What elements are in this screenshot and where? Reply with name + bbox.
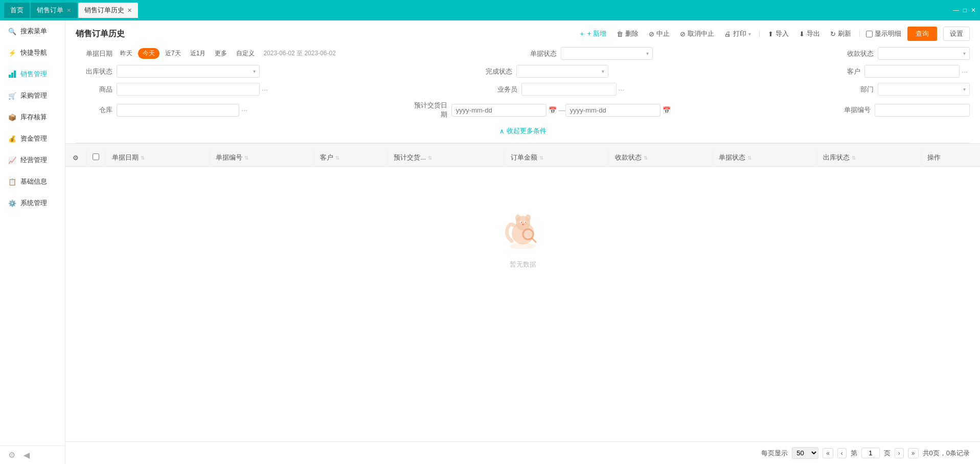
sidebar-item-finance[interactable]: 💰 资金管理 xyxy=(0,128,65,149)
tab-home[interactable]: 首页 xyxy=(4,3,30,18)
sidebar-settings-icon[interactable]: ⚙ xyxy=(8,450,15,460)
settings-th[interactable]: ⚙ xyxy=(65,149,86,167)
date-shortcut-yesterday[interactable]: 昨天 xyxy=(117,48,136,59)
display-detail-label: 显示明细 xyxy=(875,29,901,38)
sidebar-item-label-purchase-mgmt: 采购管理 xyxy=(20,91,47,100)
import-button[interactable]: ⬆ 导入 xyxy=(766,28,791,39)
date-shortcut-custom[interactable]: 自定义 xyxy=(233,48,258,59)
delete-button[interactable]: 🗑 删除 xyxy=(614,28,641,39)
expected-delivery-end[interactable] xyxy=(565,104,660,117)
calendar-start-icon[interactable]: 📅 xyxy=(546,106,559,114)
display-detail-checkbox[interactable] xyxy=(866,31,873,37)
goods-input[interactable] xyxy=(117,83,260,96)
top-bar: 首页 销售订单 ✕ 销售订单历史 ✕ — □ ✕ xyxy=(0,0,980,20)
warehouse-ellipsis[interactable]: ··· xyxy=(239,106,249,114)
payment-status-select-wrap xyxy=(878,47,970,60)
sidebar-item-operations[interactable]: 📈 经营管理 xyxy=(0,149,65,171)
warehouse-input[interactable] xyxy=(117,104,239,117)
sidebar-item-label-operations: 经营管理 xyxy=(20,156,47,165)
svg-rect-0 xyxy=(9,75,11,78)
table-settings-icon[interactable]: ⚙ xyxy=(73,154,79,162)
print-arrow-icon: ▾ xyxy=(748,31,751,37)
completion-status-select[interactable] xyxy=(516,65,608,78)
th-delivery-status[interactable]: 出库状态 ⇅ xyxy=(817,149,921,167)
table-body: 暂无数据 xyxy=(65,167,980,311)
sidebar-item-sales-mgmt[interactable]: 销售管理 xyxy=(0,63,65,85)
sidebar-collapse-icon[interactable]: ◀ xyxy=(24,450,30,460)
display-detail-checkbox-label[interactable]: 显示明细 xyxy=(866,29,901,38)
date-shortcut-1month[interactable]: 近1月 xyxy=(187,48,210,59)
sidebar-item-inventory[interactable]: 📦 库存核算 xyxy=(0,106,65,128)
first-page-btn[interactable]: « xyxy=(823,448,833,458)
date-shortcut-more[interactable]: 更多 xyxy=(211,48,231,59)
sidebar-item-label-quick-nav: 快捷导航 xyxy=(20,48,47,57)
sidebar-item-system[interactable]: ⚙️ 系统管理 xyxy=(0,192,65,214)
maximize-btn[interactable]: □ xyxy=(963,7,967,14)
date-shortcut-7days[interactable]: 近7天 xyxy=(162,48,185,59)
sidebar-item-purchase-mgmt[interactable]: 🛒 采购管理 xyxy=(0,85,65,106)
sidebar-item-search-menu[interactable]: 🔍 搜索菜单 xyxy=(0,20,65,42)
date-range-dash: — xyxy=(559,106,565,114)
table-area: ⚙ 单据日期 ⇅ 单据编号 xyxy=(65,149,980,441)
payment-status-select[interactable] xyxy=(878,47,970,60)
refresh-button[interactable]: ↻ 刷新 xyxy=(828,28,853,39)
purchase-mgmt-icon: 🛒 xyxy=(8,92,16,100)
svg-point-14 xyxy=(522,224,524,225)
setting-button[interactable]: 设置 xyxy=(943,27,970,41)
salesperson-input[interactable] xyxy=(521,83,617,96)
add-button[interactable]: ＋ + 新增 xyxy=(577,28,608,39)
expected-delivery-start[interactable] xyxy=(451,104,546,117)
th-delivery-status-label: 出库状态 xyxy=(823,153,850,162)
sidebar-item-label-basic-info: 基础信息 xyxy=(20,177,47,186)
page-label: 页 xyxy=(884,449,891,458)
page-size-select[interactable]: 10 20 50 100 xyxy=(792,447,818,459)
cancel-stop-button[interactable]: ⊘ 取消中止 xyxy=(678,28,716,39)
tab-sales-order-close[interactable]: ✕ xyxy=(66,7,71,14)
date-shortcut-today[interactable]: 今天 xyxy=(138,48,159,59)
table-header-row: ⚙ 单据日期 ⇅ 单据编号 xyxy=(65,149,980,167)
last-page-btn[interactable]: » xyxy=(908,448,919,458)
svg-point-13 xyxy=(525,222,526,223)
export-button[interactable]: ⬇ 导出 xyxy=(797,28,822,39)
th-order-amount[interactable]: 订单金额 ⇅ xyxy=(504,149,608,167)
checkbox-th[interactable] xyxy=(86,149,105,167)
delivery-status-label: 出库状态 xyxy=(76,67,117,76)
order-status-select[interactable] xyxy=(561,47,653,60)
sales-mgmt-icon xyxy=(8,70,16,78)
minimize-btn[interactable]: — xyxy=(953,7,959,14)
th-payment-status[interactable]: 收款状态 ⇅ xyxy=(608,149,713,167)
department-select[interactable] xyxy=(878,83,970,96)
main-layout: 🔍 搜索菜单 ⚡ 快捷导航 销售管理 🛒 采购管理 📦 库存核算 xyxy=(0,20,980,464)
th-number[interactable]: 单据编号 ⇅ xyxy=(210,149,314,167)
goods-ellipsis[interactable]: ··· xyxy=(260,85,270,94)
tab-sales-order-history[interactable]: 销售订单历史 ✕ xyxy=(78,3,138,18)
order-number-input[interactable] xyxy=(875,104,970,117)
select-all-checkbox[interactable] xyxy=(93,153,99,160)
data-table: ⚙ 单据日期 ⇅ 单据编号 xyxy=(65,149,980,310)
calendar-end-icon[interactable]: 📅 xyxy=(660,106,673,114)
delivery-status-select[interactable] xyxy=(117,65,260,78)
tab-sales-order-history-close[interactable]: ✕ xyxy=(127,7,132,14)
th-expected-delivery-sort-icon: ⇅ xyxy=(428,155,432,161)
page-number-input[interactable] xyxy=(861,448,880,458)
salesperson-ellipsis[interactable]: ··· xyxy=(617,85,627,94)
empty-text: 暂无数据 xyxy=(510,260,536,269)
tab-sales-order[interactable]: 销售订单 ✕ xyxy=(31,3,77,18)
th-date[interactable]: 单据日期 ⇅ xyxy=(105,149,210,167)
query-button[interactable]: 查询 xyxy=(907,27,937,41)
next-page-btn[interactable]: › xyxy=(895,448,904,458)
operations-icon: 📈 xyxy=(8,156,16,164)
collapse-row[interactable]: ∧ 收起更多条件 xyxy=(76,124,970,138)
customer-ellipsis[interactable]: ··· xyxy=(960,68,970,76)
th-customer[interactable]: 客户 ⇅ xyxy=(314,149,388,167)
sidebar-item-basic-info[interactable]: 📋 基础信息 xyxy=(0,171,65,192)
th-order-status[interactable]: 单据状态 ⇅ xyxy=(713,149,817,167)
print-button[interactable]: 🖨 打印 ▾ xyxy=(722,28,753,39)
stop-button[interactable]: ⊘ 中止 xyxy=(647,28,672,39)
customer-input[interactable] xyxy=(864,65,960,78)
th-expected-delivery[interactable]: 预计交货... ⇅ xyxy=(388,149,505,167)
import-icon: ⬆ xyxy=(768,30,773,38)
sidebar-item-quick-nav[interactable]: ⚡ 快捷导航 xyxy=(0,42,65,63)
prev-page-btn[interactable]: ‹ xyxy=(837,448,847,458)
close-btn[interactable]: ✕ xyxy=(971,7,976,14)
